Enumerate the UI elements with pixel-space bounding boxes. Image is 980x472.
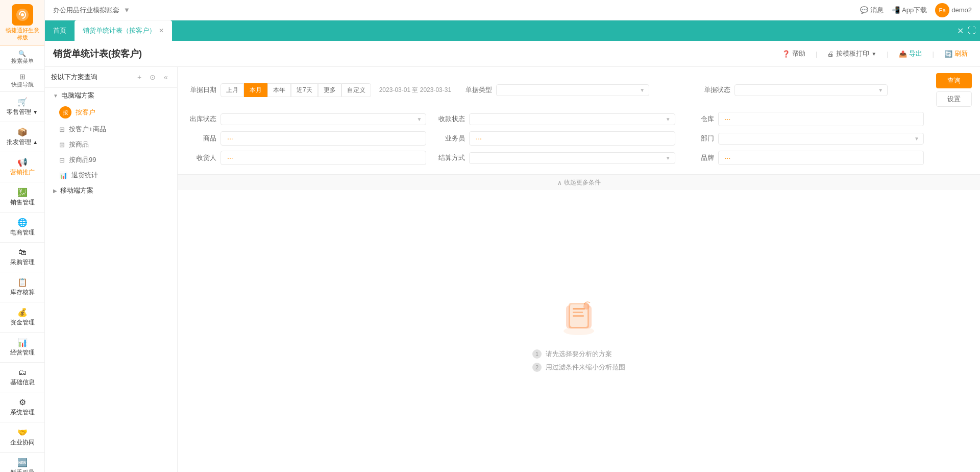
- tab-sales-stat[interactable]: 销货单统计表（按客户） ✕: [75, 20, 172, 41]
- basic-icon: 🗂: [2, 368, 42, 377]
- tab-bar: 首页 销货单统计表（按客户） ✕ ✕ ⛶: [45, 20, 980, 41]
- tab-expand[interactable]: ⛶: [968, 26, 976, 35]
- svg-point-1: [21, 13, 24, 16]
- app-download-btn[interactable]: 📲 App下载: [892, 6, 927, 15]
- sidebar-logo: 畅捷通好生意标版: [0, 0, 44, 46]
- tree-mobile-group[interactable]: ▶ 移动端方案: [45, 183, 177, 198]
- staff-input[interactable]: ···: [469, 131, 675, 146]
- enterprise-icon: 🤝: [2, 428, 42, 437]
- print-caret: ▼: [871, 51, 876, 57]
- order-type-input[interactable]: ▼: [496, 84, 649, 96]
- account-selector: 办公用品行业模拟账套 ▼: [53, 6, 130, 15]
- receiver-input[interactable]: ···: [220, 151, 426, 165]
- product-input[interactable]: ···: [220, 131, 426, 146]
- date-btn-custom[interactable]: 自定义: [341, 83, 371, 97]
- sidebar-item-retail[interactable]: 🛒 零售管理 ▼: [0, 92, 44, 122]
- scheme-by-customer[interactable]: 按 按客户: [45, 103, 177, 122]
- date-btn-this-month[interactable]: 本月: [244, 83, 267, 97]
- user-menu-btn[interactable]: Ea demo2: [935, 3, 972, 17]
- sidebar-item-system[interactable]: ⚙ 系统管理: [0, 392, 44, 422]
- order-status-input[interactable]: ▼: [734, 84, 888, 96]
- sidebar-search[interactable]: 🔍 销货单统计表(按客户) 搜索菜单: [0, 46, 44, 69]
- wholesale-icon: 📦: [2, 127, 42, 137]
- sidebar-item-sales[interactable]: 💹 销售管理: [0, 182, 44, 213]
- date-btn-last-month[interactable]: 上月: [220, 83, 244, 97]
- query-btn[interactable]: 查询: [936, 73, 972, 88]
- account-dropdown-icon[interactable]: ▼: [124, 6, 130, 14]
- divider2: |: [887, 50, 888, 58]
- retail-icon: 🛒: [2, 97, 42, 107]
- add-scheme-btn[interactable]: +: [134, 72, 144, 82]
- date-label: 单据日期: [186, 85, 216, 95]
- department-label: 部门: [683, 134, 714, 143]
- left-panel-header: 按以下方案查询 + ⊙ «: [45, 67, 177, 88]
- tree-desktop-group[interactable]: ▼ 电脑端方案: [45, 88, 177, 103]
- finance-icon: 💰: [2, 308, 42, 317]
- home-tab-label: 首页: [53, 26, 66, 35]
- print-btn[interactable]: 🖨 按模板打印 ▼: [823, 47, 880, 60]
- sidebar-item-inventory[interactable]: 📋 库存核算: [0, 272, 44, 302]
- tab-close-icon[interactable]: ✕: [159, 27, 164, 34]
- sidebar-item-operations[interactable]: 📊 经营管理: [0, 333, 44, 363]
- tab-home[interactable]: 首页: [45, 20, 75, 41]
- out-status-label: 出库状态: [186, 114, 216, 124]
- sidebar-quick-nav[interactable]: ⊞ 快捷导航: [0, 69, 44, 92]
- messages-btn[interactable]: 💬 消息: [860, 6, 884, 15]
- sidebar-item-purchase[interactable]: 🛍 采购管理: [0, 243, 44, 272]
- main-area: 办公用品行业模拟账套 ▼ 💬 消息 📲 App下载 Ea demo2 首页 销货…: [45, 0, 980, 472]
- collapse-label: 收起更多条件: [564, 178, 601, 187]
- sidebar-item-newuser[interactable]: 🆕 新手引导: [0, 453, 44, 472]
- empty-state-hints: 1 请先选择要分析的方案 2 用过滤条件来缩小分析范围: [532, 349, 625, 372]
- tab-close-all[interactable]: ✕: [957, 26, 964, 36]
- settings-scheme-btn[interactable]: ⊙: [148, 72, 158, 82]
- collapse-panel-btn[interactable]: «: [161, 72, 171, 82]
- date-btn-7days[interactable]: 近7天: [291, 83, 318, 97]
- date-btn-more[interactable]: 更多: [318, 83, 341, 97]
- marketing-icon: 📢: [2, 157, 42, 167]
- scheme-return-stat[interactable]: 📊 退货统计: [45, 168, 177, 183]
- empty-state-illustration: [553, 290, 604, 341]
- hint-num-1: 1: [532, 349, 542, 359]
- empty-hint-2: 2 用过滤条件来缩小分析范围: [532, 363, 625, 372]
- sidebar-item-wholesale[interactable]: 📦 批发管理 ▲: [0, 122, 44, 152]
- mobile-expand-icon: ▶: [53, 188, 57, 194]
- scheme-by-customer-product[interactable]: ⊞ 按客户+商品: [45, 122, 177, 137]
- out-status-input[interactable]: ▼: [220, 113, 426, 125]
- settings-btn[interactable]: 设置: [936, 91, 972, 107]
- sidebar-item-finance[interactable]: 💰 资金管理: [0, 302, 44, 333]
- sidebar-item-marketing[interactable]: 📢 营销推广: [0, 152, 44, 182]
- inventory-icon: 📋: [2, 277, 42, 287]
- warehouse-input[interactable]: ···: [718, 112, 924, 126]
- right-panel: 单据日期 上月 本月 本年 近7天 更多 自定义 2023-03-01 至 20…: [178, 67, 980, 472]
- order-status-label: 单据状态: [700, 85, 730, 95]
- collection-status-caret: ▼: [666, 116, 671, 122]
- sidebar-item-enterprise[interactable]: 🤝 企业协同: [0, 422, 44, 453]
- sales-tab-label: 销货单统计表（按客户）: [83, 26, 156, 35]
- brand-label: 品牌: [683, 153, 714, 162]
- divider1: |: [816, 50, 817, 58]
- left-panel-title: 按以下方案查询: [51, 73, 97, 82]
- help-btn[interactable]: ❓ 帮助: [778, 47, 810, 60]
- logo-text: 畅捷通好生意标版: [6, 27, 39, 41]
- date-range-text: 2023-03-01 至 2023-03-31: [379, 86, 451, 95]
- filter-area: 单据日期 上月 本月 本年 近7天 更多 自定义 2023-03-01 至 20…: [178, 67, 980, 175]
- scheme-by-product[interactable]: ⊟ 按商品: [45, 137, 177, 152]
- payment-input[interactable]: ▼: [469, 152, 675, 164]
- empty-hint-1: 1 请先选择要分析的方案: [532, 349, 625, 359]
- brand-input[interactable]: ···: [718, 151, 924, 165]
- empty-state: 1 请先选择要分析的方案 2 用过滤条件来缩小分析范围: [178, 190, 980, 472]
- out-status-caret: ▼: [416, 116, 422, 122]
- date-btn-this-year[interactable]: 本年: [267, 83, 291, 97]
- scheme-by-product-99[interactable]: ⊟ 按商品99: [45, 152, 177, 168]
- collection-status-input[interactable]: ▼: [469, 113, 675, 125]
- logo-icon: [12, 4, 33, 26]
- refresh-btn[interactable]: 🔄 刷新: [940, 47, 972, 60]
- export-btn[interactable]: 📤 导出: [895, 47, 926, 60]
- help-icon: ❓: [782, 50, 790, 58]
- sidebar-item-basic[interactable]: 🗂 基础信息: [0, 363, 44, 392]
- collapse-bar[interactable]: ∧ 收起更多条件: [178, 175, 980, 190]
- department-input[interactable]: ▼: [718, 133, 924, 145]
- purchase-icon: 🛍: [2, 248, 42, 257]
- sidebar-item-ecommerce[interactable]: 🌐 电商管理: [0, 213, 44, 243]
- svg-rect-7: [573, 312, 583, 313]
